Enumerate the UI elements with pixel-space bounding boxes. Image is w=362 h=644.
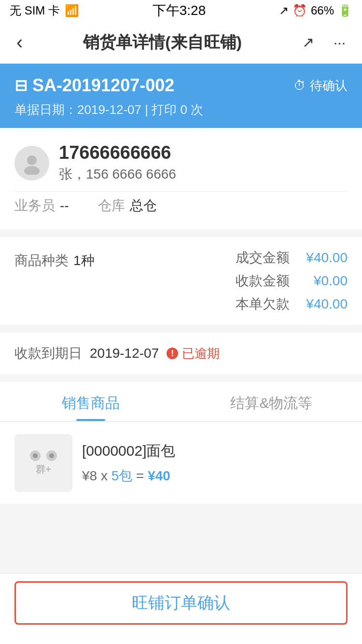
back-button[interactable]: ‹ (12, 27, 28, 58)
svg-point-1 (24, 166, 40, 175)
status-right: ↗ ⏰ 66% 🔋 (279, 4, 352, 17)
overdue-badge: ! 已逾期 (167, 345, 220, 362)
due-date-card: 收款到期日 2019-12-07 ! 已逾期 (0, 333, 362, 374)
avatar (14, 146, 49, 181)
due-date-value: 2019-12-07 (90, 346, 159, 361)
confirm-order-button[interactable]: 旺铺订单确认 (14, 581, 348, 625)
owl-text: 群+ (36, 463, 51, 476)
order-id-text: SA-20191207-002 (32, 75, 174, 96)
multiply-icon: x (101, 468, 111, 483)
owed-value: ¥40.00 (299, 296, 348, 312)
sales-label: 业务员 (14, 196, 55, 215)
nav-actions: ↗ ··· (297, 29, 350, 56)
overdue-icon: ! (167, 348, 178, 359)
amount-value: ¥40.00 (299, 250, 348, 266)
order-id: ⊟ SA-20191207-002 (14, 75, 174, 96)
customer-name: 张，156 6666 6666 (59, 165, 176, 183)
status-left: 无 SIM 卡 📶 (10, 3, 79, 18)
status-time: 下午3:28 (153, 1, 206, 20)
price-unit: ¥8 (82, 468, 97, 483)
equals-sign: = (136, 468, 148, 483)
tab-sales-label: 销售商品 (62, 395, 120, 411)
table-row: 群+ [0000002]面包 ¥8 x 5包 = ¥40 (0, 422, 362, 504)
order-header: ⊟ SA-20191207-002 ⏱ 待确认 单据日期：2019-12-07 … (0, 64, 362, 128)
price-qty: 5包 (111, 468, 133, 483)
amount-label: 成交金额 (236, 249, 290, 267)
nav-bar: ‹ 销货单详情(来自旺铺) ↗ ··· (0, 21, 362, 64)
location-icon: ↗ (279, 4, 289, 17)
status-text: 待确认 (310, 77, 348, 94)
bottom-bar: 旺铺订单确认 (0, 573, 362, 644)
alarm-icon: ⏰ (292, 4, 307, 17)
summary-card: 商品种类 1种 成交金额 ¥40.00 收款金额 ¥0.00 本单欠款 ¥40.… (0, 237, 362, 325)
type-value: 1种 (73, 252, 95, 270)
sales-value: -- (60, 198, 69, 213)
warehouse-value: 总仓 (130, 196, 157, 215)
tab-settlement[interactable]: 结算&物流等 (181, 382, 362, 421)
due-label: 收款到期日 (14, 344, 82, 363)
customer-phone: 17666666666 (59, 142, 176, 163)
battery-icon: 🔋 (338, 4, 352, 17)
page-title: 销货单详情(来自旺铺) (28, 31, 297, 54)
status-icon: ⏱ (293, 78, 306, 93)
product-thumbnail: 群+ (14, 434, 72, 492)
product-price: ¥8 x 5包 = ¥40 (82, 467, 348, 485)
tab-settlement-label: 结算&物流等 (230, 395, 312, 411)
price-total: ¥40 (148, 468, 170, 483)
overdue-text: 已逾期 (182, 345, 220, 362)
order-icon: ⊟ (14, 76, 28, 95)
order-header-top: ⊟ SA-20191207-002 ⏱ 待确认 (14, 75, 348, 96)
wifi-icon: 📶 (65, 4, 79, 17)
customer-card: 17666666666 张，156 6666 6666 业务员 -- 仓库 总仓 (0, 128, 362, 229)
customer-info: 17666666666 张，156 6666 6666 (59, 142, 176, 183)
customer-top: 17666666666 张，156 6666 6666 (14, 142, 348, 183)
product-type: 商品种类 1种 (14, 249, 236, 270)
owed-label: 本单欠款 (236, 295, 290, 313)
share-button[interactable]: ↗ (297, 29, 319, 56)
received-value: ¥0.00 (299, 273, 348, 289)
received-row: 收款金额 ¥0.00 (236, 272, 348, 290)
warehouse-label: 仓库 (98, 196, 125, 215)
owl-eye-left (30, 450, 41, 461)
status-bar: 无 SIM 卡 📶 下午3:28 ↗ ⏰ 66% 🔋 (0, 0, 362, 21)
order-status: ⏱ 待确认 (293, 77, 348, 94)
amount-row: 成交金额 ¥40.00 (236, 249, 348, 267)
order-date: 单据日期：2019-12-07 | 打印 0 次 (14, 101, 348, 118)
owl-eyes (30, 450, 57, 461)
product-info: [0000002]面包 ¥8 x 5包 = ¥40 (82, 441, 348, 485)
customer-details: 业务员 -- 仓库 总仓 (14, 191, 348, 215)
warehouse-info: 仓库 总仓 (98, 196, 157, 215)
sales-info: 业务员 -- (14, 196, 69, 215)
product-list: 群+ [0000002]面包 ¥8 x 5包 = ¥40 (0, 422, 362, 504)
tab-sales-products[interactable]: 销售商品 (0, 382, 181, 421)
received-label: 收款金额 (236, 272, 290, 290)
amount-summary: 成交金额 ¥40.00 收款金额 ¥0.00 本单欠款 ¥40.00 (236, 249, 348, 313)
more-button[interactable]: ··· (329, 29, 350, 56)
product-name: [0000002]面包 (82, 441, 348, 461)
battery-text: 66% (311, 4, 334, 17)
svg-point-0 (27, 155, 37, 165)
owed-row: 本单欠款 ¥40.00 (236, 295, 348, 313)
sim-text: 无 SIM 卡 (10, 3, 60, 18)
type-label: 商品种类 (14, 252, 69, 270)
owl-eye-right (46, 450, 57, 461)
tabs-container: 销售商品 结算&物流等 (0, 382, 362, 421)
thumb-inner: 群+ (30, 450, 57, 476)
